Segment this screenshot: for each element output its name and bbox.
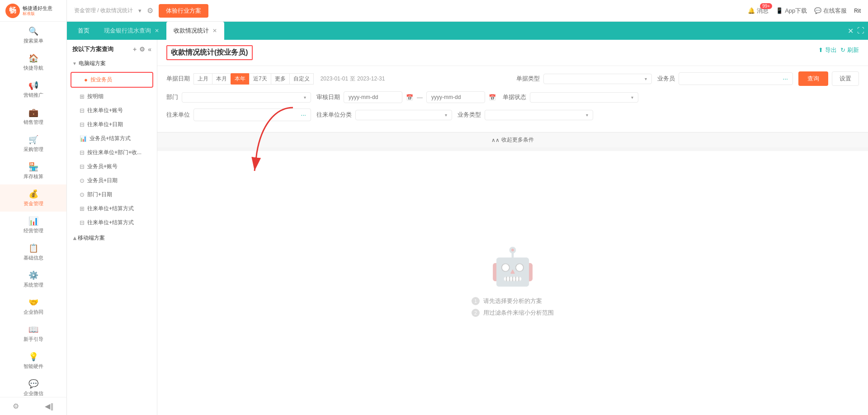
tab-close-bank-flow[interactable]: ✕	[155, 28, 159, 34]
filter-doc-status: 单据状态 ▾	[503, 92, 638, 103]
sidebar-item-enterprise[interactable]: 🤝 企业协同	[0, 293, 66, 320]
main-area: 资金管理 / 收款情况统计 ▾ ⚙ 体验行业方案 🔔 消息 99+ 📱 App下…	[67, 0, 868, 415]
date-tab-more[interactable]: 更多	[271, 73, 290, 85]
scheme-item-by-salesperson[interactable]: ● 按业务员	[71, 73, 152, 87]
doc-status-select[interactable]: ▾	[530, 92, 638, 103]
doc-type-select[interactable]: ▾	[543, 74, 652, 84]
sidebar-item-operations[interactable]: 📊 经营管理	[0, 212, 66, 239]
counterpart-input[interactable]: ···	[193, 108, 311, 121]
dept-arrow-icon: ▾	[304, 95, 306, 100]
tab-bank-flow[interactable]: 现金银行流水查询 ✕	[97, 22, 166, 40]
counterpart-more-icon[interactable]: ···	[301, 111, 306, 118]
scheme-item-counterpart-date[interactable]: ⊟ 往来单位+日期	[67, 118, 157, 132]
sidebar-item-quicknav[interactable]: 🏠 快捷导航	[0, 49, 66, 76]
settings-btn[interactable]: 设置	[832, 71, 859, 86]
sidebar-item-purchase[interactable]: 🛒 采购管理	[0, 130, 66, 157]
collapse-sidebar-icon[interactable]: ◀‖	[45, 402, 54, 410]
export-btn[interactable]: ⬆ 导出	[818, 46, 837, 54]
scheme-panel: 按以下方案查询 + ⚙ « ▼ 电脑端方案 ● 按业务员	[67, 40, 157, 415]
date-tab-this-month[interactable]: 本月	[212, 73, 231, 85]
scheme-settings-icon[interactable]: ⚙	[139, 46, 145, 53]
sidebar-item-sales[interactable]: 💼 销售管理	[0, 103, 66, 130]
collapse-bar[interactable]: ∧∧ 收起更多条件	[157, 132, 868, 147]
logo-icon: 畅	[5, 4, 20, 18]
review-date-from-input[interactable]	[344, 91, 402, 103]
query-btn[interactable]: 查询	[798, 71, 828, 86]
scheme-section-mobile-title[interactable]: ▶ 移动端方案	[67, 231, 157, 245]
notification-btn[interactable]: 🔔 消息 99+	[748, 7, 769, 15]
breadcrumb-dropdown-icon[interactable]: ▾	[138, 7, 142, 14]
date-tab-this-year[interactable]: 本年	[231, 73, 250, 85]
counterpart-type-select[interactable]: ▾	[355, 110, 452, 120]
scheme-item-salesperson-account[interactable]: ⊟ 业务员+账号	[67, 160, 157, 174]
topbar-gear-icon[interactable]: ⚙	[147, 6, 153, 15]
sidebar-item-guide[interactable]: 📖 新手引导	[0, 320, 66, 347]
sidebar-item-search[interactable]: 🔍 搜索菜单	[0, 22, 66, 49]
scheme-item-salesperson-settlement[interactable]: 📊 业务员+结算方式	[67, 132, 157, 146]
refresh-btn[interactable]: ↻ 刷新	[840, 46, 859, 54]
tab-collection-stat[interactable]: 收款情况统计 ✕	[166, 22, 224, 40]
scheme-item-salesperson-date[interactable]: ⊙ 业务员+日期	[67, 174, 157, 188]
sidebar-item-system[interactable]: ⚙️ 系统管理	[0, 266, 66, 293]
sidebar-item-capital[interactable]: 💰 资金管理	[0, 184, 66, 212]
tab-expand-icon[interactable]: ⛶	[857, 27, 864, 35]
app-icon: 📱	[776, 7, 783, 14]
user-name[interactable]: Rit	[854, 8, 861, 14]
scheme-item-cs1-icon: ⊞	[80, 205, 85, 212]
filter-counterpart: 往来单位 ···	[166, 108, 311, 121]
collapse-icon: ∧∧	[491, 137, 500, 143]
sidebar-item-hardware[interactable]: 💡 智能硬件	[0, 347, 66, 374]
scheme-section-desktop-title[interactable]: ▼ 电脑端方案	[67, 57, 157, 70]
sidebar-item-basics[interactable]: 📋 基础信息	[0, 239, 66, 266]
date-separator: 至	[350, 75, 355, 83]
scheme-highlight-box: ● 按业务员	[71, 72, 153, 88]
page-actions: ⬆ 导出 ↻ 刷新	[818, 46, 859, 54]
tab-home[interactable]: 首页	[71, 22, 97, 40]
date-range: 2023-01-01 至 2023-12-31	[321, 75, 385, 83]
trial-btn[interactable]: 体验行业方案	[159, 4, 208, 18]
filter-counterpart-type: 往来单位分类 ▾	[316, 110, 452, 120]
scheme-item-counterpart-settlement1[interactable]: ⊞ 往来单位+结算方式	[67, 202, 157, 216]
scheme-item-counterpart-account[interactable]: ⊟ 往来单位+账号	[67, 104, 157, 118]
mobile-section-arrow: ▶	[72, 236, 77, 240]
notification-badge: 99+	[760, 3, 772, 9]
scheme-item-counterpart-settlement2[interactable]: ⊟ 往来单位+结算方式	[67, 216, 157, 230]
scheme-collapse-icon[interactable]: «	[148, 46, 151, 53]
scheme-item-counterpart-dept[interactable]: ⊟ 按往来单位+部门+收...	[67, 146, 157, 160]
online-service-btn[interactable]: 💬 在线客服	[814, 7, 847, 15]
settings-bottom-icon[interactable]: ⚙	[13, 402, 19, 410]
sidebar-item-wechat[interactable]: 💬 企业微信	[0, 374, 66, 397]
scheme-item-detail-icon: ⊞	[80, 93, 85, 100]
scheme-item-by-detail[interactable]: ⊞ 按明细	[67, 90, 157, 104]
tab-close-all-icon[interactable]: ✕	[848, 27, 854, 35]
search-menu-icon: 🔍	[28, 26, 38, 36]
query-main: 收款情况统计(按业务员) ⬆ 导出 ↻ 刷新 单据日	[157, 40, 868, 415]
sidebar: 畅 畅捷通好生意 标准版 🔍 搜索菜单 🏠 快捷导航 📢 营销推广 💼 销售管理…	[0, 0, 67, 415]
review-date-to-calendar-icon[interactable]: 📅	[489, 94, 496, 101]
page-header: 收款情况统计(按业务员) ⬆ 导出 ↻ 刷新	[157, 40, 868, 66]
collapse-label: 收起更多条件	[501, 136, 534, 144]
desktop-section-arrow: ▼	[72, 61, 77, 66]
review-date-to-input[interactable]	[426, 91, 485, 103]
date-tab-last-month[interactable]: 上月	[193, 73, 212, 85]
salesperson-input[interactable]: ···	[679, 72, 793, 85]
salesperson-more-icon[interactable]: ···	[783, 75, 788, 82]
filter-row-3: 往来单位 ··· 往来单位分类 ▾ 业务类型	[166, 108, 859, 121]
scheme-add-icon[interactable]: +	[133, 46, 137, 53]
scheme-item-dept-date[interactable]: ⊙ 部门+日期	[67, 188, 157, 202]
service-icon: 💬	[814, 7, 821, 14]
date-tab-7days[interactable]: 近7天	[249, 73, 271, 85]
dept-select[interactable]: ▾	[182, 92, 311, 103]
doc-status-arrow-icon: ▾	[631, 95, 633, 100]
app-download-btn[interactable]: 📱 App下载	[776, 7, 807, 15]
tab-close-collection[interactable]: ✕	[212, 28, 217, 34]
scheme-item-cdc-icon: ⊟	[80, 149, 85, 156]
sidebar-item-marketing[interactable]: 📢 营销推广	[0, 76, 66, 103]
review-date-from-calendar-icon[interactable]: 📅	[406, 94, 413, 101]
date-tab-custom[interactable]: 自定义	[289, 73, 314, 85]
sidebar-item-inventory[interactable]: 🏪 库存核算	[0, 157, 66, 184]
basics-icon: 📋	[28, 243, 38, 253]
biz-type-select[interactable]: ▾	[485, 110, 593, 120]
scheme-header: 按以下方案查询 + ⚙ «	[67, 45, 157, 57]
sidebar-footer: ⚙ ◀‖	[0, 397, 66, 415]
